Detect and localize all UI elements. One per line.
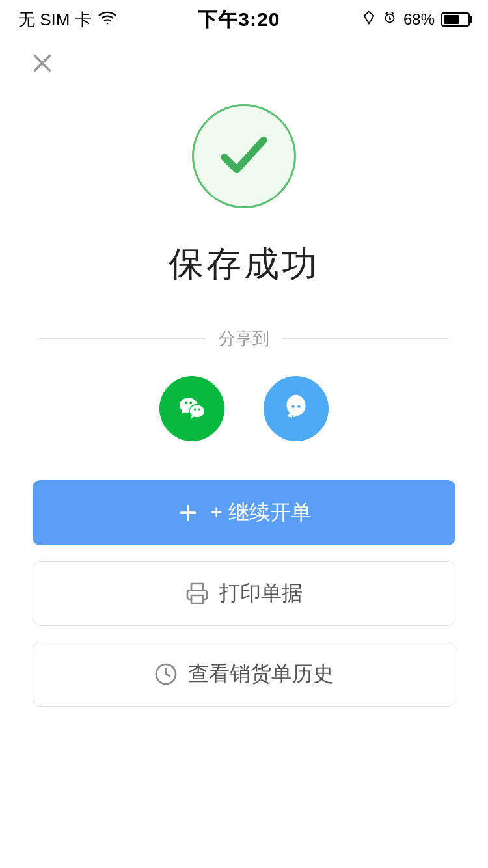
continue-button[interactable]: + 继续开单	[33, 480, 455, 545]
svg-line-3	[392, 12, 394, 14]
share-divider: 分享到	[0, 327, 488, 350]
battery-icon	[441, 12, 470, 27]
continue-label: + 继续开单	[210, 498, 312, 527]
main-content: 保存成功 分享到	[0, 39, 488, 707]
status-bar: 无 SIM 卡 下午3:20 68%	[0, 0, 488, 39]
svg-point-0	[107, 23, 108, 24]
battery-percent: 68%	[403, 10, 435, 29]
wifi-icon	[98, 8, 116, 31]
carrier-text: 无 SIM 卡	[18, 8, 92, 31]
svg-line-2	[386, 12, 388, 14]
history-label: 查看销货单历史	[188, 660, 334, 688]
qq-share-button[interactable]	[264, 376, 329, 441]
svg-rect-8	[191, 595, 203, 603]
divider-right	[282, 338, 449, 339]
share-label: 分享到	[219, 327, 269, 350]
status-right: 68%	[362, 10, 470, 29]
status-left: 无 SIM 卡	[18, 8, 116, 31]
alarm-icon	[383, 10, 397, 29]
success-circle	[192, 104, 296, 208]
print-button[interactable]: 打印单据	[33, 561, 455, 626]
divider-left	[39, 338, 206, 339]
checkmark-icon	[215, 126, 273, 187]
close-button[interactable]	[26, 47, 59, 79]
actions: + 继续开单 打印单据 查看销货单历史	[0, 480, 488, 707]
wechat-share-button[interactable]	[159, 376, 224, 441]
share-icons	[159, 376, 329, 441]
success-title: 保存成功	[169, 241, 319, 288]
share-section: 分享到	[0, 327, 488, 441]
print-label: 打印单据	[219, 579, 303, 608]
location-icon	[362, 10, 376, 29]
status-time: 下午3:20	[198, 7, 280, 33]
history-button[interactable]: 查看销货单历史	[33, 642, 455, 707]
